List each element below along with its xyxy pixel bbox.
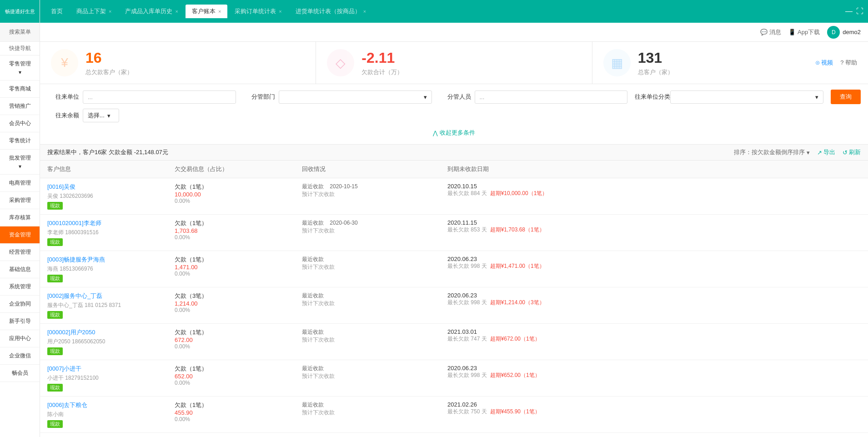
collapse-label: 收起更多条件 xyxy=(440,129,475,137)
table-row[interactable]: [000001]黄思源 黄思源 13552700226 现款 欠款（1笔） 42… xyxy=(40,433,868,437)
message-button[interactable]: 💬 消息 xyxy=(760,28,781,36)
app-download-label: App下载 xyxy=(798,28,820,36)
customer-name-link-0[interactable]: [0016]吴俊 xyxy=(47,183,75,190)
stats-bar: ¥ 16 总欠款客户（家） ◇ -2.11 欠款合计（万） ▦ 131 总客户（… xyxy=(40,42,868,84)
cell-customer-2: [0003]畅捷服务尹海燕 海燕 18513066976 现款 xyxy=(40,251,167,287)
debt-amount-5[interactable]: 652.00 xyxy=(175,373,287,380)
user-avatar[interactable]: D demo2 xyxy=(827,26,861,39)
sidebar-item-retail-mall[interactable]: 零售商城 xyxy=(0,80,40,98)
source-unit-dots: ... xyxy=(88,94,93,100)
sidebar-item-new-guide[interactable]: 新手引导 xyxy=(0,313,40,330)
export-button[interactable]: ↗ 导出 xyxy=(817,148,835,156)
tab-product-shelf[interactable]: 商品上下架 × xyxy=(70,5,118,18)
tab-import-stats-close[interactable]: × xyxy=(363,9,366,14)
cell-collection-7: 最近收款 预计下次收款 xyxy=(295,433,440,437)
sidebar-item-system[interactable]: 系统管理 xyxy=(0,278,40,296)
stat-debt-customers: ¥ 16 总欠款客户（家） xyxy=(40,42,316,84)
table-row[interactable]: [0003]畅捷服务尹海燕 海燕 18513066976 现款 欠款（1笔） 1… xyxy=(40,251,868,287)
video-btn[interactable]: ⊙ 视频 xyxy=(815,59,833,67)
customer-name-link-2[interactable]: [0003]畅捷服务尹海燕 xyxy=(47,256,105,263)
overdue-amount-link-5[interactable]: 超期¥652.00（1笔） xyxy=(490,372,540,378)
sidebar-item-ecommerce[interactable]: 电商管理 xyxy=(0,175,40,192)
sidebar-item-retail-mgmt[interactable]: 零售管理 ▾ xyxy=(0,55,40,80)
sidebar-item-app-center[interactable]: 应用中心 xyxy=(0,330,40,347)
tab-customer-account[interactable]: 客户账本 × xyxy=(186,5,227,18)
chevron-down-icon: ▾ xyxy=(107,112,110,119)
overdue-amount-link-1[interactable]: 超期¥1,703.68（1笔） xyxy=(490,226,545,233)
refresh-button[interactable]: ↺ 刷新 xyxy=(843,148,861,156)
sidebar-item-vip[interactable]: 畅会员 xyxy=(0,365,40,382)
sidebar-item-member[interactable]: 会员中心 xyxy=(0,115,40,132)
sidebar-item-batch-mgmt[interactable]: 批发管理 ▾ xyxy=(0,150,40,175)
source-unit-input[interactable]: ... xyxy=(83,90,236,104)
sidebar-item-inventory[interactable]: 库存核算 xyxy=(0,209,40,226)
search-button[interactable]: 查询 xyxy=(831,90,861,104)
col-header-overdue: 到期未收款日期 xyxy=(440,161,868,178)
tab-purchase-order-close[interactable]: × xyxy=(279,9,281,14)
stat-total-customers: ▦ 131 总客户（家） ⊙ 视频 ? 帮助 xyxy=(592,42,868,84)
debt-percent-3: 0.00% xyxy=(175,307,287,313)
customer-name-link-3[interactable]: [0002]服务中心_丁磊 xyxy=(47,292,102,299)
overdue-amount-link-3[interactable]: 超期¥1,214.00（3笔） xyxy=(490,299,545,306)
app-download-button[interactable]: 📱 App下载 xyxy=(788,28,820,36)
debt-amount-3[interactable]: 1,214.00 xyxy=(175,300,287,307)
tab-production-history-close[interactable]: × xyxy=(175,9,178,14)
collapse-button[interactable]: ⋀ 收起更多条件 xyxy=(433,129,475,137)
minimize-icon[interactable]: — xyxy=(845,7,853,15)
overdue-info-1: 最长欠款 853 天 超期¥1,703.68（1笔） xyxy=(447,226,861,234)
balance-select[interactable]: 选择... ▾ xyxy=(83,109,119,122)
department-select[interactable]: ▾ xyxy=(279,90,432,104)
search-menu-button[interactable]: 搜索菜单 xyxy=(3,26,37,38)
customer-name-link-6[interactable]: [0006]去下粮仓 xyxy=(47,402,87,408)
debt-amount-6[interactable]: 455.90 xyxy=(175,409,287,416)
quick-nav[interactable]: 快捷导航 xyxy=(0,42,40,55)
overdue-days-5: 最长欠款 998 天 xyxy=(447,372,488,378)
customer-type-badge-6: 现款 xyxy=(47,420,63,428)
tab-purchase-order[interactable]: 采购订单统计表 × xyxy=(228,5,288,18)
sidebar-item-marketing[interactable]: 营销推广 xyxy=(0,98,40,115)
customer-name-link-5[interactable]: [0007]小进干 xyxy=(47,365,81,372)
logo: 畅捷通好生意 xyxy=(0,0,40,23)
unit-category-select[interactable]: ▾ xyxy=(670,90,823,104)
overdue-amount-link-0[interactable]: 超期¥10,000.00（1笔） xyxy=(490,190,548,196)
sidebar-item-label: 电商管理 xyxy=(9,179,31,187)
overdue-amount-link-6[interactable]: 超期¥455.90（1笔） xyxy=(490,408,540,415)
overdue-amount-link-2[interactable]: 超期¥1,471.00（1笔） xyxy=(490,263,545,269)
sidebar-item-finance[interactable]: 资金管理 xyxy=(0,226,40,244)
sidebar-item-operations[interactable]: 经营管理 xyxy=(0,244,40,261)
customer-name-link-1[interactable]: [0001020001]李老师 xyxy=(47,220,101,226)
overdue-amount-link-4[interactable]: 超期¥672.00（1笔） xyxy=(490,336,540,342)
cell-customer-6: [0006]去下粮仓 陈小南 现款 xyxy=(40,397,167,433)
manager-input[interactable]: ... xyxy=(475,90,628,104)
help-btn[interactable]: ? 帮助 xyxy=(840,59,857,67)
topbar: 首页 商品上下架 × 产成品入库单历史 × 客户账本 × 采购订单统计表 × 进… xyxy=(40,0,868,23)
logo-text: 畅捷通好生意 xyxy=(5,8,35,15)
sidebar-item-purchase[interactable]: 采购管理 xyxy=(0,192,40,209)
due-date-2: 2020.06.23 xyxy=(447,256,861,262)
tab-home[interactable]: 首页 xyxy=(45,5,69,18)
debt-amount-2[interactable]: 1,471.00 xyxy=(175,264,287,271)
table-container: 客户信息 欠交易信息（占比） 回收情况 到期未收款日期 [0016]吴俊 吴俊 … xyxy=(40,161,868,437)
maximize-icon[interactable]: ⛶ xyxy=(856,7,863,15)
tab-product-shelf-close[interactable]: × xyxy=(109,9,111,14)
tab-import-stats[interactable]: 进货单统计表（按商品） × xyxy=(289,5,372,18)
sidebar-item-enterprise[interactable]: 企业协同 xyxy=(0,296,40,313)
tab-customer-account-close[interactable]: × xyxy=(218,9,221,14)
sort-button[interactable]: 排序：按欠款金额倒序排序 ▾ xyxy=(734,148,810,156)
customer-name-link-4[interactable]: [000002]用户2050 xyxy=(47,329,95,336)
table-row[interactable]: [000002]用户2050 用户2050 18665062050 现款 欠款（… xyxy=(40,324,868,360)
table-row[interactable]: [0002]服务中心_丁磊 服务中心_丁磊 181 0125 8371 现款 欠… xyxy=(40,287,868,324)
debt-amount-4[interactable]: 672.00 xyxy=(175,337,287,343)
sidebar-item-enterprise-wx[interactable]: 企业微信 xyxy=(0,347,40,365)
tab-production-history[interactable]: 产成品入库单历史 × xyxy=(119,5,184,18)
table-row[interactable]: [0016]吴俊 吴俊 13026203696 现款 欠款（1笔） 10,000… xyxy=(40,178,868,215)
sidebar-item-basic-info[interactable]: 基础信息 xyxy=(0,261,40,278)
sidebar-item-retail-stats[interactable]: 零售统计 xyxy=(0,132,40,150)
table-row[interactable]: [0001020001]李老师 李老师 18600391516 现款 欠款（1笔… xyxy=(40,215,868,251)
total-customers-label: 总客户（家） xyxy=(638,68,673,76)
table-row[interactable]: [0007]小进干 小进干 18279152100 现款 欠款（1笔） 652.… xyxy=(40,360,868,397)
search-menu-area[interactable]: 搜索菜单 xyxy=(0,23,40,42)
debt-amount-1[interactable]: 1,703.68 xyxy=(175,227,287,234)
debt-amount-0[interactable]: 10,000.00 xyxy=(175,191,287,198)
table-row[interactable]: [0006]去下粮仓 陈小南 现款 欠款（1笔） 455.90 0.00% 最近… xyxy=(40,397,868,433)
